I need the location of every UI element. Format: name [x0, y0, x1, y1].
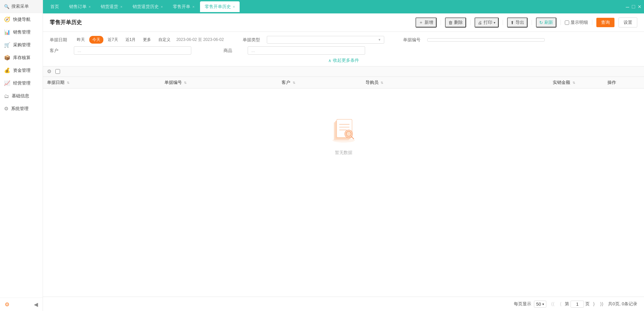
finance-icon: 💰: [4, 67, 10, 73]
refresh-icon: ↻: [539, 20, 543, 25]
pagination-nav: ⟨⟨ ⟨ 第 页 ⟩ ⟩⟩: [549, 300, 605, 308]
col-actions: 操作: [579, 77, 644, 89]
sidebar-item-inventory[interactable]: 📦 库存核算: [0, 51, 43, 64]
page-first-btn[interactable]: ⟨⟨: [549, 300, 556, 308]
date-btn-more[interactable]: 更多: [140, 36, 154, 44]
footer-collapse-icon[interactable]: ◀: [34, 301, 38, 308]
empty-text: 暂无数据: [335, 150, 352, 156]
tab-sales-return-history-close[interactable]: ×: [161, 5, 163, 9]
tab-sales-return-history[interactable]: 销货退货历史 ×: [128, 1, 167, 12]
query-button[interactable]: 查询: [596, 18, 614, 27]
page-suffix: 页: [585, 301, 590, 307]
sidebar-item-purchase-mgmt[interactable]: 🛒 采购管理: [0, 39, 43, 51]
doc-type-label: 单据类型: [243, 37, 261, 43]
settings-button[interactable]: 设置: [618, 17, 637, 28]
empty-state: 暂无数据: [43, 89, 644, 183]
sidebar-item-base-info[interactable]: 🗂 基础信息: [0, 90, 43, 102]
date-btn-last-month[interactable]: 近1月: [122, 36, 139, 44]
col-date: 单据日期 ⇅: [43, 77, 160, 89]
sidebar-item-finance[interactable]: 💰 资金管理: [0, 64, 43, 77]
tab-retail-history-close[interactable]: ×: [233, 5, 235, 9]
delete-button[interactable]: 🗑 删除: [445, 17, 466, 28]
window-minimize-btn[interactable]: –: [626, 3, 629, 10]
select-all-checkbox[interactable]: [55, 69, 60, 74]
date-btn-today[interactable]: 今天: [89, 36, 103, 44]
tab-retail-open-label: 零售开单: [173, 4, 190, 10]
col-number-sort[interactable]: ⇅: [184, 81, 187, 85]
refresh-label: 刷新: [544, 19, 553, 25]
add-icon: ＋: [419, 19, 423, 25]
footer-settings-icon[interactable]: ⚙: [5, 301, 9, 308]
svg-line-9: [351, 137, 354, 139]
page-prev-btn[interactable]: ⟨: [558, 300, 563, 308]
sidebar: 🔍 搜索采单 🧭 快捷导航 📊 销售管理 🛒 采购管理 📦 库存核算 💰 资金管…: [0, 0, 43, 311]
toolbar-divider-4: [532, 20, 532, 25]
data-table: 单据日期 ⇅ 单据编号 ⇅ 客户 ⇅: [43, 77, 644, 89]
tab-bar: 首页 销售订单 × 销货退货 × 销货退货历史 × 零售开单 × 零售开单历史 …: [43, 0, 644, 13]
total-info: 共0页, 0条记录: [608, 301, 637, 307]
print-dropdown-icon: ▾: [494, 21, 495, 24]
per-page-select[interactable]: 50 ▾: [534, 301, 546, 308]
doc-type-select[interactable]: ▾: [267, 36, 384, 44]
display-detail-toggle[interactable]: 显示明细: [565, 19, 588, 25]
tab-sales-order[interactable]: 销售订单 ×: [64, 1, 95, 12]
col-number: 单据编号 ⇅: [160, 77, 278, 89]
col-amount-label: 实销金额: [553, 80, 570, 85]
sidebar-item-sales-mgmt[interactable]: 📊 销售管理: [0, 26, 43, 39]
customer-label: 客户: [50, 48, 68, 54]
display-detail-checkbox[interactable]: [565, 20, 569, 25]
date-btn-last7[interactable]: 近7天: [105, 36, 121, 44]
inventory-icon: 📦: [4, 55, 10, 61]
refresh-button[interactable]: ↻ 刷新: [536, 17, 556, 28]
col-salesperson-sort[interactable]: ⇅: [381, 81, 383, 85]
goods-input[interactable]: ...: [248, 46, 365, 55]
date-btn-custom[interactable]: 自定义: [155, 36, 174, 44]
add-button[interactable]: ＋ 新增: [415, 17, 437, 28]
col-salesperson: 导购员 ⇅: [361, 77, 462, 89]
doc-number-input[interactable]: [427, 38, 545, 42]
tab-retail-history[interactable]: 零售开单历史 ×: [200, 1, 240, 12]
per-page-dropdown-icon: ▾: [542, 302, 544, 306]
tab-sales-order-close[interactable]: ×: [89, 5, 91, 9]
toolbar-divider-3: [503, 20, 503, 25]
table-settings-icon[interactable]: ⚙: [47, 68, 51, 74]
quick-nav-icon: 🧭: [4, 16, 10, 22]
col-customer-sort[interactable]: ⇅: [293, 81, 295, 85]
tab-home[interactable]: 首页: [46, 1, 64, 12]
col-salesperson-label: 导购员: [365, 80, 379, 85]
collapse-button[interactable]: ∧ 收起更多条件: [50, 57, 637, 63]
col-amount-sort[interactable]: ⇅: [573, 81, 575, 85]
page-last-btn[interactable]: ⟩⟩: [598, 300, 605, 308]
sidebar-item-label: 资金管理: [13, 67, 31, 73]
main-content: 首页 销售订单 × 销货退货 × 销货退货历史 × 零售开单 × 零售开单历史 …: [43, 0, 644, 311]
tab-sales-return-close[interactable]: ×: [120, 5, 122, 9]
window-maximize-btn[interactable]: □: [632, 4, 635, 10]
filter-row-2: 客户 ... 商品 ...: [50, 46, 637, 55]
tab-retail-open[interactable]: 零售开单 ×: [168, 1, 199, 12]
sidebar-search[interactable]: 🔍 搜索采单: [0, 0, 43, 13]
page-next-btn[interactable]: ⟩: [591, 300, 597, 308]
col-date-label: 单据日期: [47, 80, 64, 85]
settings-label: 设置: [624, 20, 632, 25]
tab-retail-open-close[interactable]: ×: [192, 5, 194, 9]
customer-input[interactable]: ...: [74, 46, 191, 55]
page-number-input[interactable]: [571, 301, 584, 308]
filter-row-1: 单据日期 昨天 今天 近7天 近1月 更多 自定义 2023-06-02 至 2…: [50, 36, 637, 44]
sidebar-item-operations[interactable]: 📈 经营管理: [0, 77, 43, 90]
purchase-mgmt-icon: 🛒: [4, 42, 10, 48]
export-button[interactable]: ⬆ 导出: [507, 17, 528, 28]
sidebar-item-sys-mgmt[interactable]: ⚙ 系统管理: [0, 102, 43, 115]
sidebar-item-label: 快捷导航: [13, 16, 31, 22]
tab-sales-return[interactable]: 销货退货 ×: [96, 1, 127, 12]
toolbar-divider-1: [441, 20, 441, 25]
sidebar-item-quick-nav[interactable]: 🧭 快捷导航: [0, 13, 43, 26]
print-button[interactable]: 🖨 打印 ▾: [475, 17, 499, 28]
window-close-btn[interactable]: ×: [638, 3, 641, 10]
col-date-sort[interactable]: ⇅: [67, 81, 69, 85]
date-btn-yesterday[interactable]: 昨天: [74, 36, 88, 44]
sys-mgmt-icon: ⚙: [4, 106, 8, 112]
page-header: 零售开单历史 ＋ 新增 🗑 删除 🖨 打印 ▾: [43, 13, 644, 32]
goods-label: 商品: [224, 48, 242, 54]
toolbar-divider-5: [560, 20, 561, 25]
sidebar-item-label: 基础信息: [12, 93, 29, 99]
